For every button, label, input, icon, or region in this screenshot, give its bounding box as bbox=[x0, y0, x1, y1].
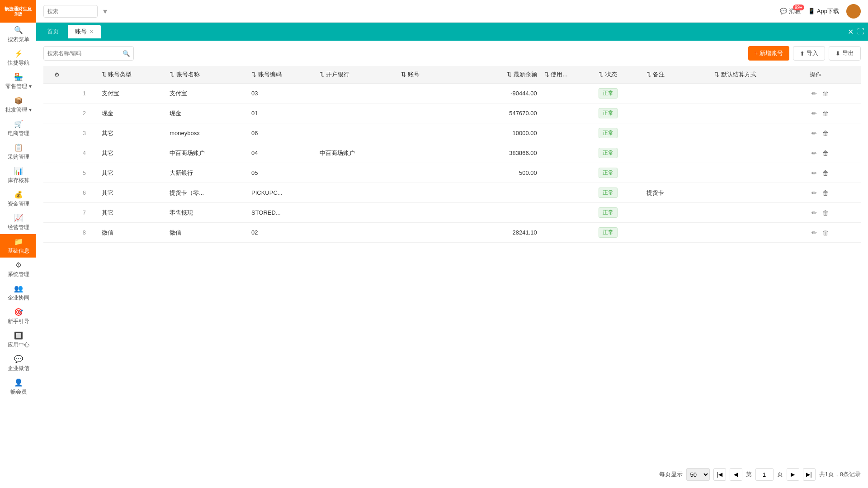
header-search-input[interactable] bbox=[43, 5, 98, 18]
sidebar-item-零售管理[interactable]: 🏪零售管理 ▾ bbox=[0, 70, 36, 93]
sidebar-navigation: 🔍搜索菜单⚡快捷导航🏪零售管理 ▾📦批发管理 ▾🛒电商管理📋采购管理📊库存核算💰… bbox=[0, 23, 36, 488]
accounts-table: ⚙ ⇅ 账号类型 ⇅ 账号名称 ⇅ 账号编码 ⇅ 开户银行 ⇅ 账号 ⇅ 最新余… bbox=[43, 66, 861, 243]
sidebar-item-搜索菜单[interactable]: 🔍搜索菜单 bbox=[0, 23, 36, 46]
row-num-1: 2 bbox=[71, 103, 98, 123]
row-default-5 bbox=[711, 183, 806, 203]
row-delete-btn-2[interactable]: 🗑 bbox=[821, 129, 830, 138]
header-dropdown-icon[interactable]: ▾ bbox=[103, 6, 107, 16]
row-status-4: 正常 bbox=[595, 163, 642, 183]
row-edit-btn-7[interactable]: ✏ bbox=[810, 228, 819, 237]
sidebar-item-快捷导航[interactable]: ⚡快捷导航 bbox=[0, 46, 36, 70]
sidebar-item-畅会员[interactable]: 👤畅会员 bbox=[0, 375, 36, 399]
row-default-4 bbox=[711, 163, 806, 183]
row-bank-6 bbox=[316, 203, 398, 223]
sidebar-item-经营管理[interactable]: 📈经营管理 bbox=[0, 211, 36, 234]
row-settings-1 bbox=[43, 103, 71, 123]
top-header: ▾ 💬 消息 99+ 📱 App下载 bbox=[36, 0, 868, 23]
tab-fullscreen-icon[interactable]: ⛶ bbox=[857, 28, 864, 36]
row-edit-btn-4[interactable]: ✏ bbox=[810, 169, 819, 178]
app-download-button[interactable]: 📱 App下载 bbox=[808, 7, 839, 15]
col-header-default[interactable]: ⇅ 默认结算方式 bbox=[711, 66, 806, 84]
col-header-note[interactable]: ⇅ 备注 bbox=[643, 66, 711, 84]
row-delete-btn-0[interactable]: 🗑 bbox=[821, 89, 830, 98]
sidebar-item-系统管理[interactable]: ⚙系统管理 bbox=[0, 258, 36, 281]
row-name-6: 零售抵现 bbox=[166, 203, 248, 223]
row-settings-0 bbox=[43, 84, 71, 103]
row-default-2 bbox=[711, 123, 806, 143]
row-account-6 bbox=[397, 203, 466, 223]
row-delete-btn-6[interactable]: 🗑 bbox=[821, 208, 830, 217]
import-button[interactable]: ⬆ 导入 bbox=[793, 46, 825, 61]
sidebar-item-采购管理[interactable]: 📋采购管理 bbox=[0, 140, 36, 164]
row-edit-btn-2[interactable]: ✏ bbox=[810, 129, 819, 138]
sidebar-item-基础信息[interactable]: 📁基础信息 bbox=[0, 234, 36, 258]
sidebar-item-批发管理[interactable]: 📦批发管理 ▾ bbox=[0, 93, 36, 117]
sidebar-item-企业微信[interactable]: 💬企业微信 bbox=[0, 352, 36, 375]
tab-account[interactable]: 账号 ✕ bbox=[68, 25, 101, 38]
tab-close-all-icon[interactable]: ✕ bbox=[848, 28, 854, 36]
sidebar-item-库存核算[interactable]: 📊库存核算 bbox=[0, 164, 36, 187]
add-account-button[interactable]: + 新增账号 bbox=[748, 46, 789, 61]
row-default-3 bbox=[711, 143, 806, 163]
table-row: 7 其它 零售抵现 STORED... 正常 ✏ 🗑 bbox=[43, 203, 861, 223]
page-next-button[interactable]: ▶ bbox=[787, 468, 799, 481]
row-type-4: 其它 bbox=[98, 163, 166, 183]
row-delete-btn-4[interactable]: 🗑 bbox=[821, 169, 830, 178]
row-edit-btn-3[interactable]: ✏ bbox=[810, 149, 819, 158]
message-button[interactable]: 💬 消息 99+ bbox=[780, 7, 801, 15]
row-delete-btn-7[interactable]: 🗑 bbox=[821, 228, 830, 237]
row-num-5: 6 bbox=[71, 183, 98, 203]
col-header-status[interactable]: ⇅ 状态 bbox=[595, 66, 642, 84]
row-num-2: 3 bbox=[71, 123, 98, 143]
page-prev-button[interactable]: ◀ bbox=[730, 468, 742, 481]
tab-home[interactable]: 首页 bbox=[40, 25, 66, 38]
search-input[interactable] bbox=[44, 50, 119, 56]
row-code-2: 06 bbox=[248, 123, 316, 143]
tab-account-close[interactable]: ✕ bbox=[90, 29, 94, 35]
row-account-2 bbox=[397, 123, 466, 143]
row-delete-btn-3[interactable]: 🗑 bbox=[821, 149, 830, 158]
page-last-button[interactable]: ▶| bbox=[803, 468, 816, 481]
page-label-end: 页 bbox=[777, 470, 783, 479]
col-header-name[interactable]: ⇅ 账号名称 bbox=[166, 66, 248, 84]
row-bank-5 bbox=[316, 183, 398, 203]
import-label: 导入 bbox=[807, 49, 818, 57]
col-header-type[interactable]: ⇅ 账号类型 bbox=[98, 66, 166, 84]
row-edit-btn-1[interactable]: ✏ bbox=[810, 109, 819, 118]
page-number-input[interactable] bbox=[755, 468, 774, 481]
search-button[interactable]: 🔍 bbox=[119, 46, 133, 61]
sidebar-item-企业协同[interactable]: 👥企业协同 bbox=[0, 281, 36, 305]
col-header-use[interactable]: ⇅ 使用... bbox=[541, 66, 595, 84]
col-header-bank[interactable]: ⇅ 开户银行 bbox=[316, 66, 398, 84]
col-header-balance[interactable]: ⇅ 最新余额 bbox=[466, 66, 541, 84]
row-code-5: PICKUPC... bbox=[248, 183, 316, 203]
row-delete-btn-5[interactable]: 🗑 bbox=[821, 188, 830, 197]
row-use-6 bbox=[541, 203, 595, 223]
col-header-num bbox=[71, 66, 98, 84]
sidebar-item-电商管理[interactable]: 🛒电商管理 bbox=[0, 117, 36, 140]
row-edit-btn-5[interactable]: ✏ bbox=[810, 188, 819, 197]
header-right: 💬 消息 99+ 📱 App下载 bbox=[780, 4, 861, 19]
row-edit-btn-6[interactable]: ✏ bbox=[810, 208, 819, 217]
row-name-3: 中百商场账户 bbox=[166, 143, 248, 163]
row-name-1: 现金 bbox=[166, 103, 248, 123]
row-account-0 bbox=[397, 84, 466, 103]
row-status-7: 正常 bbox=[595, 223, 642, 243]
col-header-settings[interactable]: ⚙ bbox=[43, 66, 71, 84]
sidebar-item-资金管理[interactable]: 💰资金管理 bbox=[0, 187, 36, 211]
page-size-select[interactable]: 50 100 bbox=[686, 468, 710, 481]
page-first-button[interactable]: |◀ bbox=[713, 468, 726, 481]
row-edit-btn-0[interactable]: ✏ bbox=[810, 89, 819, 98]
user-avatar[interactable] bbox=[846, 4, 861, 19]
sidebar-item-应用中心[interactable]: 🔲应用中心 bbox=[0, 328, 36, 352]
import-icon: ⬆ bbox=[800, 50, 805, 57]
page-total: 共1页，8条记录 bbox=[819, 470, 861, 479]
sidebar-item-新手引导[interactable]: 🎯新手引导 bbox=[0, 305, 36, 328]
row-default-1 bbox=[711, 103, 806, 123]
row-bank-7 bbox=[316, 223, 398, 243]
col-header-code[interactable]: ⇅ 账号编码 bbox=[248, 66, 316, 84]
export-button[interactable]: ⬇ 导出 bbox=[829, 46, 861, 61]
row-delete-btn-1[interactable]: 🗑 bbox=[821, 109, 830, 118]
col-header-account[interactable]: ⇅ 账号 bbox=[397, 66, 466, 84]
row-action-7: ✏ 🗑 bbox=[806, 223, 861, 243]
